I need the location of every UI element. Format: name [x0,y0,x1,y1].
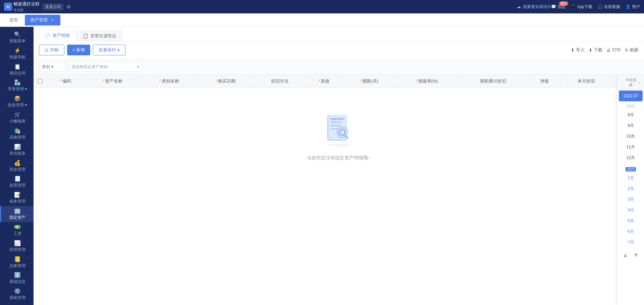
month-item-2023-7[interactable]: 7月 [618,237,644,248]
reconcile-button[interactable]: ⚖ 对账 [39,45,64,55]
add-label: + 新增 [72,47,85,53]
th-residual-rate: *残值率(%) [396,75,458,88]
sub-tab-asset-detail[interactable]: 📄 资产明细 [39,31,75,41]
svg-point-11 [341,131,342,132]
sidebar-item-project[interactable]: 📋 项目合同 [0,62,34,78]
month-next-btn[interactable]: › [637,79,642,86]
print-action[interactable]: 🖨 打印 [606,47,621,53]
sidebar-item-search[interactable]: 🔍 搜索菜单 [0,30,34,46]
sidebar-item-inner-tax: 📝 税务管理 [9,192,25,204]
tab-home[interactable]: 首页 [4,15,23,26]
tab-bar: 首页 资产管理 × [0,13,644,27]
app-download-btn[interactable]: 📱 App下载 [571,4,592,10]
sidebar-item-inner-quick-nav: ⚡ 快捷导航 [9,47,25,60]
current-year-badge: 2023 [626,167,636,171]
sidebar-label-retail: 零售管理 ▾ [8,86,27,92]
refresh-action[interactable]: ↻ 刷新 [625,47,639,53]
sidebar-item-wholesale[interactable]: 📦 批发管理 ▾ [0,94,34,110]
tab-asset-management[interactable]: 资产管理 × [25,15,60,26]
sidebar-item-ecommerce[interactable]: 🛒 小畅电商 [0,110,34,126]
sidebar-item-inner-wholesale: 📦 批发管理 ▾ [8,95,27,108]
filter-bar: 类别 ▾ 请选择固定资产类别 ▾ [34,59,644,75]
month-item-2022-12[interactable]: 12月 [618,152,644,163]
sidebar-item-finance[interactable]: 💰 资金管理 [0,158,34,174]
sub-tab-change-voucher[interactable]: 📋 变更生成凭证 [77,30,122,41]
tab-close-icon[interactable]: × [50,17,55,23]
selected-month-text: 2022.07 [624,94,638,98]
online-service-btn[interactable]: 🎧 在线客服 [598,4,620,10]
company-name[interactable]: 某某公司 [42,3,64,10]
basic-info-icon: ℹ️ [14,272,21,278]
sidebar-item-inner-system: ⚙️ 系统管理 [9,288,25,301]
month-item-2022-11[interactable]: 11月 [618,142,644,152]
refresh-icon: ↻ [625,48,629,53]
top-bar-left: Ai 畅捷通好业财 专业版 某某公司 ⚙ [4,1,517,12]
month-item-selected[interactable]: 2022.07 [619,91,643,101]
sidebar-item-fixed-asset[interactable]: 🏢 固定资产 [0,206,34,222]
sidebar-label-purchase: 采购管理 [9,135,25,140]
import-label: 导入 [576,47,585,53]
sub-tab-change-voucher-label: 变更生成凭证 [90,33,116,39]
table-container: *编码 *资产名称 *类别名称 *购买日期 折旧方法 *原值 *期限(月) *残… [34,75,644,305]
sidebar-label-system: 系统管理 [9,295,25,301]
select-all-checkbox[interactable] [38,79,43,84]
sidebar-item-purchase[interactable]: 🛍️ 采购管理 [0,126,34,142]
month-item-2023-4[interactable]: 4月 [618,205,644,215]
sidebar-item-basic-info[interactable]: ℹ️ 基础信息 [0,270,34,286]
th-checkbox [34,75,47,88]
user-name: 用户 [632,4,640,10]
month-item-2023-3[interactable]: 3月 [618,194,644,205]
sidebar-item-system[interactable]: ⚙️ 系统管理 [0,286,34,302]
sidebar-item-general-ledger[interactable]: 📒 总账管理 [0,254,34,270]
download-action[interactable]: ⬇ 下载 [589,47,602,53]
month-item-2022-10[interactable]: 10月 [618,131,644,142]
sidebar-item-inner-retail: 🏪 零售管理 ▾ [8,79,27,92]
import-action[interactable]: ⬆ 导入 [571,47,585,53]
top-bar-right: 💬 消息 99+ 📱 App下载 🎧 在线客服 👤 用户 [551,4,640,10]
sidebar-item-operation[interactable]: 📈 经营管理 [0,238,34,254]
month-item-2022-8[interactable]: 8月 [618,109,644,120]
month-item-2023-2[interactable]: 2月 [618,183,644,194]
month-up-btn[interactable]: ▲ [622,252,629,258]
inventory-icon: 📊 [14,144,21,150]
batch-button[interactable]: 批量操作 ▾ [93,45,125,55]
settings-icon[interactable]: ⚙ [66,4,71,9]
company-area[interactable]: 某某公司 ⚙ [42,3,71,10]
th-code: *编码 [47,75,84,88]
search-menu-icon: 🔍 [14,31,21,38]
month-item-2023-5[interactable]: 5月 [618,215,644,226]
add-button[interactable]: + 新增 [67,45,90,55]
demo-text: 我要看实例演示 [523,4,551,10]
asset-tab-label: 资产管理 [30,17,48,23]
asset-table: *编码 *资产名称 *类别名称 *购买日期 折旧方法 *原值 *期限(月) *残… [34,75,644,88]
category-input[interactable]: 请选择固定资产类别 ▾ [68,62,142,72]
asset-detail-icon: 📄 [45,33,50,38]
sidebar-item-invoice[interactable]: 🧾 发票管理 [0,174,34,190]
month-item-2023-6[interactable]: 6月 [618,226,644,237]
demo-link[interactable]: ☁ 我要看实例演示 [517,4,551,10]
sidebar-item-retail[interactable]: 🏪 零售管理 ▾ [0,78,34,94]
sidebar-item-inner-operation: 📈 经营管理 [9,240,25,253]
sidebar-item-inner-inventory: 📊 库存核算 [9,144,25,156]
month-prev-btn[interactable]: ‹ [620,79,625,86]
sidebar-label-ecommerce: 小畅电商 [9,118,25,124]
sidebar-item-tax[interactable]: 📝 税务管理 [0,190,34,206]
category-select[interactable]: 类别 ▾ [39,62,66,72]
print-icon: 🖨 [606,48,611,53]
sidebar-item-inner-purchase: 🛍️ 采购管理 [9,128,25,140]
month-down-btn[interactable]: ▼ [633,252,640,258]
sidebar-label-basic-info: 基础信息 [9,279,25,285]
ecommerce-icon: 🛒 [14,111,21,118]
month-item-2022-9[interactable]: 9月 [618,120,644,131]
sidebar-label-quick-nav: 快捷导航 [9,54,25,60]
sidebar-item-quick-nav[interactable]: ⚡ 快捷导航 [0,46,34,62]
user-avatar[interactable]: 👤 用户 [626,4,640,10]
toolbar-right: ⬆ 导入 ⬇ 下载 🖨 打印 ↻ 刷新 [571,47,639,53]
sidebar: 🔍 搜索菜单 ⚡ 快捷导航 📋 项目合同 🏪 零售管理 ▾ 📦 [0,27,34,305]
batch-label: 批量操作 [99,47,116,53]
month-item-2023-1[interactable]: 1月 [618,172,644,183]
sidebar-item-inventory[interactable]: 📊 库存核算 [0,142,34,158]
message-btn[interactable]: 💬 消息 99+ [551,4,566,10]
th-period: *期限(月) [342,75,396,88]
sidebar-item-salary[interactable]: 💵 工资 [0,222,34,238]
